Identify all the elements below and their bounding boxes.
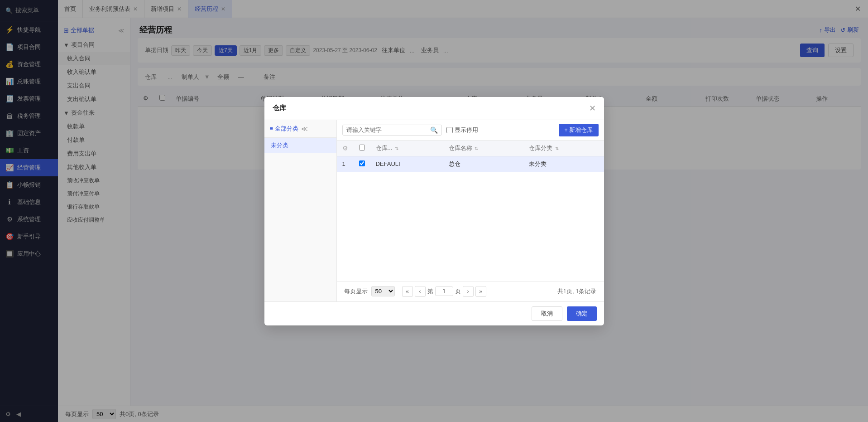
- warehouse-dialog: 仓库 ✕ ≡ 全部分类 ≪ 未分类: [264, 97, 604, 325]
- code-sort-icon: ⇅: [395, 146, 398, 151]
- col-settings-icon[interactable]: ⚙: [342, 145, 348, 152]
- row-name: 总仓: [443, 156, 523, 172]
- dialog-table-header-row: ⚙ 仓库... ⇅ 仓库名称: [337, 141, 604, 156]
- row-checkbox[interactable]: [354, 156, 370, 172]
- th-checkbox: [354, 141, 370, 156]
- dialog-actions: 取消 确定: [264, 301, 604, 325]
- dialog-close-button[interactable]: ✕: [589, 103, 596, 113]
- th-code[interactable]: 仓库... ⇅: [370, 141, 443, 156]
- add-warehouse-button[interactable]: + 新增仓库: [559, 124, 598, 136]
- th-settings[interactable]: ⚙: [337, 141, 354, 156]
- dialog-left-panel: ≡ 全部分类 ≪ 未分类: [264, 120, 337, 301]
- page-number-input[interactable]: [435, 286, 453, 296]
- dialog-header: 仓库 ✕: [264, 97, 604, 120]
- list-icon: ≡: [270, 125, 273, 132]
- pagination-info: 每页显示 50 100: [344, 286, 395, 296]
- dialog-page-size-select[interactable]: 50 100: [371, 286, 395, 296]
- show-disabled-label[interactable]: 显示停用: [446, 126, 478, 134]
- th-name[interactable]: 仓库名称 ⇅: [443, 141, 523, 156]
- show-disabled-checkbox[interactable]: [446, 127, 453, 133]
- left-panel-collapse-icon[interactable]: ≪: [300, 125, 308, 133]
- name-sort-icon: ⇅: [475, 146, 478, 151]
- dialog-body: ≡ 全部分类 ≪ 未分类 🔍 显示停: [264, 120, 604, 301]
- dialog-toolbar: 🔍 显示停用 + 新增仓库: [337, 120, 604, 141]
- row-id: 1: [337, 156, 354, 172]
- row-select[interactable]: [359, 160, 365, 166]
- dialog-pagination: 每页显示 50 100 « ‹ 第 页 › »: [337, 281, 604, 301]
- all-category-label: 全部分类: [275, 125, 298, 133]
- page-nav: « ‹ 第 页 › »: [402, 286, 486, 297]
- page-first-btn[interactable]: «: [402, 286, 413, 297]
- dialog-overlay: 仓库 ✕ ≡ 全部分类 ≪ 未分类: [0, 0, 868, 422]
- page-next-btn[interactable]: ›: [463, 286, 474, 297]
- row-category: 未分类: [523, 156, 604, 172]
- dialog-left-item-uncat[interactable]: 未分类: [264, 138, 336, 153]
- dialog-right-panel: 🔍 显示停用 + 新增仓库 ⚙: [337, 120, 604, 301]
- dialog-search-icon: 🔍: [430, 126, 438, 134]
- confirm-button[interactable]: 确定: [567, 306, 597, 321]
- row-code: DEFAULT: [370, 156, 443, 172]
- page-prev-btn[interactable]: ‹: [415, 286, 426, 297]
- th-category[interactable]: 仓库分类 ⇅: [523, 141, 604, 156]
- dialog-title: 仓库: [273, 104, 286, 112]
- page-last-btn[interactable]: »: [475, 286, 486, 297]
- table-row[interactable]: 1 DEFAULT 总仓 未分类: [337, 156, 604, 172]
- category-sort-icon: ⇅: [555, 146, 559, 151]
- dialog-search-box[interactable]: 🔍: [342, 125, 442, 136]
- dialog-select-all[interactable]: [359, 145, 365, 150]
- dialog-table: ⚙ 仓库... ⇅ 仓库名称: [337, 141, 604, 281]
- dialog-search-input[interactable]: [346, 126, 427, 133]
- cancel-button[interactable]: 取消: [532, 306, 562, 321]
- page-total: 共1页, 1条记录: [557, 287, 597, 296]
- dialog-left-header: ≡ 全部分类 ≪: [264, 120, 336, 138]
